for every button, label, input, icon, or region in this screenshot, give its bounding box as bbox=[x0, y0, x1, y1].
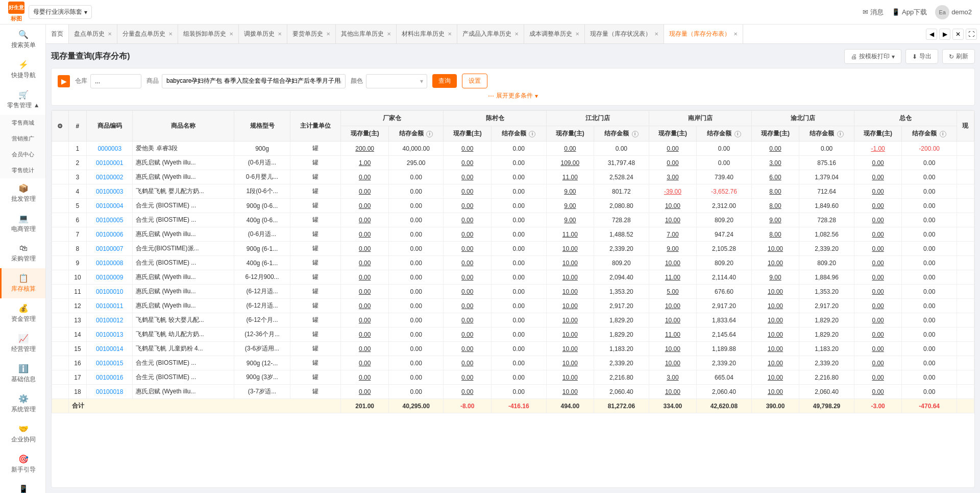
tab-transfer[interactable]: 调拨单历史 ✕ bbox=[239, 25, 287, 44]
cell-code[interactable]: 00100018 bbox=[87, 385, 133, 399]
sidebar-item-sys-admin[interactable]: ⚙️ 系统管理 bbox=[0, 389, 45, 419]
cell-na-stock[interactable]: 10.00 bbox=[649, 256, 697, 270]
sidebar-item-app-center[interactable]: 📱 应用中心 bbox=[0, 479, 45, 493]
cell-yb-stock[interactable]: 10.00 bbox=[751, 327, 799, 342]
cell-t-stock[interactable]: 0.00 bbox=[854, 170, 902, 184]
cell-code[interactable]: 00100011 bbox=[87, 299, 133, 313]
cell-jb-stock[interactable]: 9.00 bbox=[546, 199, 594, 213]
sidebar-item-operations[interactable]: 📈 经营管理 bbox=[0, 328, 45, 359]
tab-cost-adjust[interactable]: 成本调整单历史 ✕ bbox=[524, 25, 585, 44]
cell-jb-stock[interactable]: 9.00 bbox=[546, 184, 594, 199]
cell-f-stock[interactable]: 0.00 bbox=[341, 227, 389, 242]
print-btn[interactable]: 🖨 按模板打印 ▾ bbox=[844, 49, 901, 64]
cell-f-stock[interactable]: 0.00 bbox=[341, 270, 389, 285]
cell-yb-stock[interactable]: 0.00 bbox=[751, 142, 799, 156]
cell-yb-stock[interactable]: 9.00 bbox=[751, 213, 799, 227]
cell-jb-stock[interactable]: 10.00 bbox=[546, 285, 594, 299]
cell-jb-stock[interactable]: 109.00 bbox=[546, 156, 594, 170]
sidebar-item-retail-shop[interactable]: 零售商城 bbox=[0, 115, 45, 131]
cell-ch-stock[interactable]: 0.00 bbox=[444, 327, 492, 342]
cell-jb-stock[interactable]: 10.00 bbox=[546, 370, 594, 385]
cell-code[interactable]: 00100015 bbox=[87, 356, 133, 370]
cell-yb-stock[interactable]: 10.00 bbox=[751, 356, 799, 370]
tab-transfer-close[interactable]: ✕ bbox=[278, 31, 282, 37]
cell-f-stock[interactable]: 0.00 bbox=[341, 327, 389, 342]
cell-code[interactable]: 00100013 bbox=[87, 327, 133, 342]
cell-na-stock[interactable]: -39.00 bbox=[649, 184, 697, 199]
tab-close-btn[interactable]: ✕ bbox=[952, 29, 964, 40]
sidebar-item-ecommerce[interactable]: 💻 电商管理 bbox=[0, 208, 45, 239]
tab-inventory-count-close[interactable]: ✕ bbox=[108, 31, 112, 37]
cell-t-stock[interactable]: 0.00 bbox=[854, 199, 902, 213]
cell-yb-stock[interactable]: 6.00 bbox=[751, 170, 799, 184]
cell-code[interactable]: 00100008 bbox=[87, 256, 133, 270]
tab-stock-status-close[interactable]: ✕ bbox=[654, 31, 658, 37]
sidebar-item-retail-mgmt[interactable]: 🛒 零售管理 ▲ bbox=[0, 85, 45, 115]
cell-ch-stock[interactable]: 0.00 bbox=[444, 242, 492, 256]
cell-na-stock[interactable]: 10.00 bbox=[649, 199, 697, 213]
cell-t-stock[interactable]: -1.00 bbox=[854, 142, 902, 156]
tab-inventory-count[interactable]: 盘点单历史 ✕ bbox=[69, 25, 117, 44]
cell-code[interactable]: 00100007 bbox=[87, 242, 133, 256]
cell-f-stock[interactable]: 0.00 bbox=[341, 299, 389, 313]
cell-jb-stock[interactable]: 10.00 bbox=[546, 327, 594, 342]
cell-yb-stock[interactable]: 10.00 bbox=[751, 370, 799, 385]
cell-ch-stock[interactable]: 0.00 bbox=[444, 299, 492, 313]
cell-na-stock[interactable]: 7.00 bbox=[649, 227, 697, 242]
cell-code[interactable]: 00100009 bbox=[87, 270, 133, 285]
user-menu[interactable]: Ea demo2 bbox=[935, 5, 972, 19]
cell-yb-stock[interactable]: 3.00 bbox=[751, 156, 799, 170]
jb-amount-info-icon[interactable]: i bbox=[632, 131, 639, 137]
tab-next-btn[interactable]: ▶ bbox=[939, 29, 950, 40]
tab-prev-btn[interactable]: ◀ bbox=[926, 29, 937, 40]
cell-na-stock[interactable]: 11.00 bbox=[649, 270, 697, 285]
cell-ch-stock[interactable]: 0.00 bbox=[444, 342, 492, 356]
ch-amount-info-icon[interactable]: i bbox=[529, 131, 535, 137]
cell-na-stock[interactable]: 10.00 bbox=[649, 385, 697, 399]
settings-btn[interactable]: 设置 bbox=[462, 74, 487, 88]
cell-jb-stock[interactable]: 10.00 bbox=[546, 385, 594, 399]
export-btn[interactable]: ⬇ 导出 bbox=[905, 49, 938, 64]
cell-yb-stock[interactable]: 10.00 bbox=[751, 342, 799, 356]
cell-jb-stock[interactable]: 0.00 bbox=[546, 142, 594, 156]
cell-code[interactable]: 00100006 bbox=[87, 227, 133, 242]
sidebar-item-purchase[interactable]: 🛍 采购管理 bbox=[0, 239, 45, 268]
tab-material-out-close[interactable]: ✕ bbox=[448, 31, 452, 37]
tab-stock-status[interactable]: 现存量（库存状况表） ✕ bbox=[585, 25, 664, 44]
cell-f-stock[interactable]: 200.00 bbox=[341, 142, 389, 156]
cell-code[interactable]: 00100005 bbox=[87, 213, 133, 227]
tab-other-out-close[interactable]: ✕ bbox=[387, 31, 391, 37]
refresh-btn[interactable]: ↻ 刷新 bbox=[942, 49, 975, 64]
cell-code[interactable]: 00100014 bbox=[87, 342, 133, 356]
cell-yb-stock[interactable]: 10.00 bbox=[751, 299, 799, 313]
cell-na-stock[interactable]: 10.00 bbox=[649, 213, 697, 227]
cell-t-stock[interactable]: 0.00 bbox=[854, 327, 902, 342]
cell-f-stock[interactable]: 0.00 bbox=[341, 313, 389, 327]
cell-ch-stock[interactable]: 0.00 bbox=[444, 199, 492, 213]
sidebar-item-inventory[interactable]: 📋 库存核算 bbox=[0, 268, 45, 298]
cell-jb-stock[interactable]: 10.00 bbox=[546, 270, 594, 285]
sidebar-item-corp-collab[interactable]: 🤝 企业协同 bbox=[0, 419, 45, 449]
cell-f-stock[interactable]: 0.00 bbox=[341, 342, 389, 356]
cell-jb-stock[interactable]: 10.00 bbox=[546, 299, 594, 313]
cell-ch-stock[interactable]: 0.00 bbox=[444, 256, 492, 270]
cell-yb-stock[interactable]: 8.00 bbox=[751, 184, 799, 199]
cell-t-stock[interactable]: 0.00 bbox=[854, 385, 902, 399]
color-input[interactable] bbox=[366, 74, 427, 88]
sidebar-item-marketing[interactable]: 营销推广 bbox=[0, 131, 45, 147]
cell-t-stock[interactable]: 0.00 bbox=[854, 342, 902, 356]
cell-na-stock[interactable]: 9.00 bbox=[649, 242, 697, 256]
cell-ch-stock[interactable]: 0.00 bbox=[444, 213, 492, 227]
cell-code[interactable]: 00100012 bbox=[87, 313, 133, 327]
cell-na-stock[interactable]: 10.00 bbox=[649, 342, 697, 356]
cell-f-stock[interactable]: 0.00 bbox=[341, 370, 389, 385]
cell-jb-stock[interactable]: 9.00 bbox=[546, 213, 594, 227]
cell-f-stock[interactable]: 0.00 bbox=[341, 356, 389, 370]
cell-jb-stock[interactable]: 10.00 bbox=[546, 342, 594, 356]
cell-ch-stock[interactable]: 0.00 bbox=[444, 142, 492, 156]
cell-ch-stock[interactable]: 0.00 bbox=[444, 184, 492, 199]
cell-ch-stock[interactable]: 0.00 bbox=[444, 170, 492, 184]
cell-na-stock[interactable]: 11.00 bbox=[649, 327, 697, 342]
cell-t-stock[interactable]: 0.00 bbox=[854, 299, 902, 313]
cell-t-stock[interactable]: 0.00 bbox=[854, 313, 902, 327]
